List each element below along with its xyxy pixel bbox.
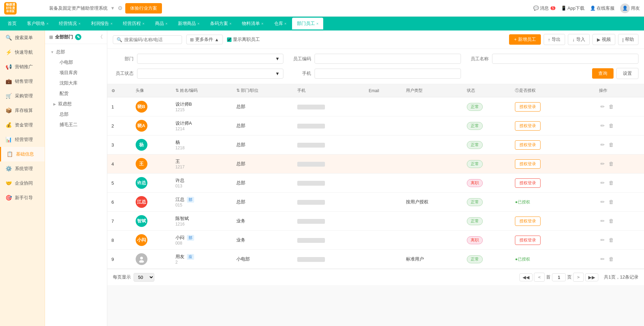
tab-close-material[interactable]: ×	[261, 21, 263, 26]
search-box[interactable]: 🔍	[113, 35, 182, 44]
sidebar-item-system[interactable]: ⚙️系统管理	[0, 161, 45, 176]
delete-btn[interactable]: 🗑	[607, 255, 615, 263]
sidebar-item-inventory[interactable]: 📦库存核算	[0, 103, 45, 118]
tab-close-barcode[interactable]: ×	[229, 21, 232, 26]
delete-btn[interactable]: 🗑	[607, 141, 615, 148]
first-page-btn[interactable]: ◀◀	[519, 273, 533, 281]
last-page-btn[interactable]: ▶▶	[585, 273, 598, 281]
view-btn[interactable]: ▶ 视频	[592, 34, 615, 45]
dept-collapse-btn[interactable]: 《	[98, 34, 103, 40]
delete-btn[interactable]: 🗑	[607, 198, 615, 205]
sidebar-item-operations[interactable]: 📊经营管理	[0, 132, 45, 147]
tab-close-new_goods[interactable]: ×	[197, 21, 199, 26]
import-btn[interactable]: ↓ 导入	[568, 34, 590, 45]
dept-item-shenyang[interactable]: 沈阳大库	[45, 78, 107, 88]
sidebar-item-finance[interactable]: 💰资金管理	[0, 118, 45, 132]
nav-tab-biz_history[interactable]: 经营历程 ×	[118, 18, 149, 29]
more-conditions-btn[interactable]: ⊞ 更多条件 ▲	[186, 35, 223, 44]
nav-tab-new_goods[interactable]: 新增商品 ×	[173, 18, 204, 29]
auth-btn[interactable]: 授权登录	[515, 121, 541, 131]
dept-item-xiaodian[interactable]: 小电部	[45, 57, 107, 68]
dept-item-zongbu2[interactable]: 总部	[45, 109, 107, 120]
delete-btn[interactable]: 🗑	[607, 179, 615, 186]
tab-close-dept_staff[interactable]: ×	[316, 21, 318, 26]
sidebar-item-basic_info[interactable]: 📋基础信息	[0, 147, 45, 161]
edit-btn[interactable]: ✏	[599, 122, 606, 130]
dept-edit-icon[interactable]: ✎	[75, 34, 81, 40]
emp-status-select[interactable]: ▼	[137, 69, 283, 79]
tab-close-customer[interactable]: ×	[46, 21, 48, 26]
nav-tab-goods[interactable]: 商品 ×	[150, 18, 172, 29]
sort-icon-2[interactable]: ⇅	[175, 88, 180, 93]
auth-btn[interactable]: 授权登录	[515, 217, 541, 226]
auth-btn[interactable]: 授权登录	[515, 140, 541, 150]
auth-btn[interactable]: 授权登录	[515, 159, 541, 169]
show-resigned-checkbox[interactable]: 显示离职员工	[227, 36, 260, 43]
tab-close-profit_report[interactable]: ×	[110, 21, 112, 26]
dept-item-project[interactable]: 项目库房	[45, 68, 107, 78]
nav-tab-warehouse[interactable]: 仓库 ×	[269, 18, 291, 29]
search-input[interactable]	[124, 37, 178, 42]
delete-btn[interactable]: 🗑	[607, 122, 615, 129]
delete-btn[interactable]: 🗑	[607, 217, 615, 224]
sidebar-item-guide[interactable]: 🎯新手引导	[0, 191, 45, 205]
dept-item-peihuo[interactable]: 配货	[45, 88, 107, 99]
export-btn[interactable]: ↑ 导出	[544, 34, 565, 45]
page-input[interactable]	[552, 273, 566, 281]
help-btn[interactable]: | 帮助	[618, 34, 638, 45]
tab-close-profit[interactable]: ×	[78, 21, 80, 26]
sidebar-item-quick_nav[interactable]: ⚡快速导航	[0, 45, 45, 60]
settings-icon[interactable]: ⚙	[118, 5, 123, 11]
message-btn[interactable]: 💬 消息 5	[533, 5, 555, 11]
edit-btn[interactable]: ✏	[599, 179, 606, 187]
sidebar-item-search_menu[interactable]: 🔍搜索菜单	[0, 30, 45, 45]
sidebar-item-sales[interactable]: 💼销售管理	[0, 74, 45, 89]
emp-name-input[interactable]	[492, 54, 638, 64]
edit-btn[interactable]: ✏	[599, 141, 606, 149]
sort-icon-3[interactable]: ⇅	[236, 88, 241, 93]
phone-input[interactable]	[315, 69, 461, 79]
edit-btn[interactable]: ✏	[599, 198, 606, 206]
nav-tab-profit[interactable]: 经营情况 ×	[54, 18, 85, 29]
nav-tab-barcode[interactable]: 条码方案 ×	[205, 18, 236, 29]
auth-btn[interactable]: 授权登录	[515, 178, 541, 188]
search-btn[interactable]: 查询	[592, 68, 614, 79]
nav-tab-home[interactable]: 首页	[3, 18, 21, 29]
edit-btn[interactable]: ✏	[599, 255, 606, 263]
online-service-btn[interactable]: 👤 在线客服	[590, 5, 615, 11]
nav-tab-customer[interactable]: 客户联络 ×	[22, 18, 53, 29]
edit-btn[interactable]: ✏	[599, 103, 606, 111]
dept-item-zongbu[interactable]: ▼总部	[45, 47, 107, 57]
tab-close-warehouse[interactable]: ×	[284, 21, 287, 26]
per-page-select[interactable]: 50 100 200	[134, 273, 154, 282]
dept-select[interactable]: ▼	[137, 54, 283, 64]
emp-code-input[interactable]	[315, 54, 461, 64]
auth-btn[interactable]: 授权登录	[515, 102, 541, 112]
add-employee-btn[interactable]: + 新增员工	[509, 34, 541, 45]
tab-close-biz_history[interactable]: ×	[142, 21, 144, 26]
nav-tab-dept_staff[interactable]: 部门员工 ×	[292, 18, 323, 29]
prev-page-btn[interactable]: ＜	[534, 273, 545, 282]
delete-btn[interactable]: 🗑	[607, 103, 615, 110]
next-page-btn[interactable]: ＞	[573, 273, 584, 282]
nav-tab-material[interactable]: 物料清单 ×	[237, 18, 268, 29]
sidebar-item-marketing[interactable]: 📢营销推广	[0, 60, 45, 74]
set-btn[interactable]: 设置	[616, 68, 638, 79]
dept-item-shuangmeng[interactable]: ▶双虑想	[45, 99, 107, 109]
sidebar-item-corp[interactable]: 🤝企业协同	[0, 176, 45, 191]
tab-close-goods[interactable]: ×	[165, 21, 167, 26]
edit-btn[interactable]: ✏	[599, 217, 606, 225]
delete-btn[interactable]: 🗑	[607, 236, 615, 244]
dept-item-bumaowang[interactable]: 捕毛王二	[45, 120, 107, 130]
delete-btn[interactable]: 🗑	[607, 160, 615, 167]
app-download-btn[interactable]: 📱 App下载	[561, 5, 584, 11]
edit-btn[interactable]: ✏	[599, 160, 606, 168]
auth-btn[interactable]: 授权登录	[515, 236, 541, 245]
edit-btn[interactable]: ✏	[599, 236, 606, 244]
dropdown-icon[interactable]: ▼	[110, 6, 115, 11]
user-area[interactable]: 👤 用友	[620, 3, 640, 13]
trial-btn[interactable]: 体验行业方案	[125, 3, 162, 14]
settings-col-icon[interactable]: ⚙	[111, 88, 115, 93]
sidebar-item-purchase[interactable]: 🛒采购管理	[0, 89, 45, 103]
nav-tab-profit_report[interactable]: 利润报告 ×	[86, 18, 117, 29]
